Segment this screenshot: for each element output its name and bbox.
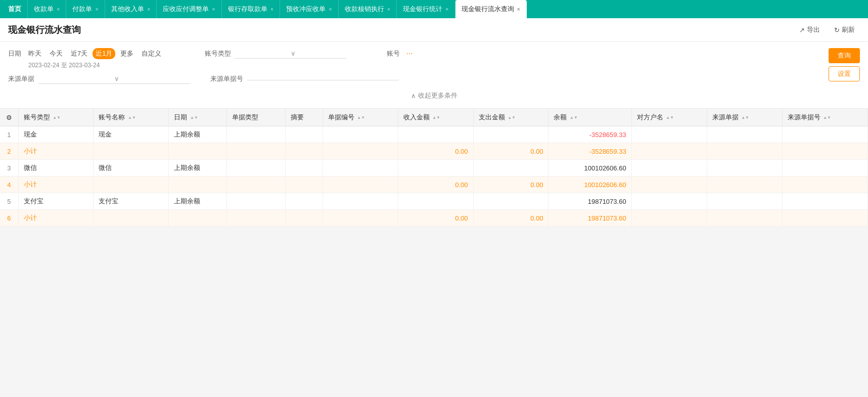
date-btn-custom[interactable]: 自定义: [139, 48, 164, 59]
col-summary: 摘要: [285, 109, 323, 126]
row-number: 3: [0, 160, 18, 177]
cell-balance: 100102606.60: [549, 177, 631, 193]
nav-tab-cash-bank-stat[interactable]: 现金银行统计 ×: [397, 0, 455, 18]
close-icon[interactable]: ×: [147, 6, 150, 12]
cell-doc-type: [227, 193, 285, 210]
date-label: 日期: [8, 49, 21, 58]
col-account-type[interactable]: 账号类型 ▲▼: [18, 109, 94, 126]
col-counterpart[interactable]: 对方户名 ▲▼: [631, 109, 707, 126]
close-icon[interactable]: ×: [329, 6, 332, 12]
page-title: 现金银行流水查询: [8, 24, 81, 36]
cell-doc-no: [323, 177, 398, 193]
header-actions: ↗ 导出 ↻ 刷新: [794, 23, 860, 36]
data-table: ⚙ 账号类型 ▲▼ 账号名称 ▲▼ 日期 ▲▼ 单据类型 摘: [0, 109, 868, 227]
col-balance[interactable]: 余额 ▲▼: [549, 109, 631, 126]
date-range-text: 2023-02-24 至 2023-03-24: [28, 62, 100, 69]
settings-button[interactable]: 设置: [829, 66, 860, 81]
nav-tab-pre-collect[interactable]: 预收冲应收单 ×: [280, 0, 338, 18]
top-nav: 首页 收款单 × 付款单 × 其他收入单 × 应收应付调整单 × 银行存取款单 …: [0, 0, 868, 18]
cell-balance: 19871073.60: [549, 210, 631, 227]
sort-icon: ▲▼: [128, 115, 136, 120]
date-btn-7days[interactable]: 近7天: [68, 48, 90, 59]
table-row[interactable]: 3微信微信上期余额100102606.60: [0, 160, 868, 177]
cell-doc-no: [323, 126, 398, 143]
cell-doc-type: [227, 210, 285, 227]
nav-tab-collect-verify[interactable]: 收款核销执行 ×: [339, 0, 397, 18]
cell-balance: -3528659.33: [549, 143, 631, 160]
col-source-doc[interactable]: 来源单据 ▲▼: [707, 109, 782, 126]
cell-account-name: 微信: [94, 160, 169, 177]
table-container: ⚙ 账号类型 ▲▼ 账号名称 ▲▼ 日期 ▲▼ 单据类型 摘: [0, 109, 868, 227]
table-row[interactable]: 6小计0.000.0019871073.60: [0, 210, 868, 227]
col-expense[interactable]: 支出金额 ▲▼: [473, 109, 549, 126]
nav-tab-home[interactable]: 首页: [2, 0, 28, 18]
nav-tab-payment[interactable]: 付款单 ×: [66, 0, 105, 18]
col-source-doc-no[interactable]: 来源单据号 ▲▼: [782, 109, 867, 126]
export-button[interactable]: ↗ 导出: [794, 23, 825, 36]
cell-source-doc-no: [782, 160, 867, 177]
account-type-label: 账号类型: [205, 49, 231, 58]
col-income[interactable]: 收入金额 ▲▼: [398, 109, 473, 126]
close-icon[interactable]: ×: [517, 6, 520, 12]
source-doc-no-label: 来源单据号: [210, 74, 243, 83]
col-date[interactable]: 日期 ▲▼: [169, 109, 227, 126]
query-button[interactable]: 查询: [829, 48, 860, 63]
row-number: 2: [0, 143, 18, 160]
cell-expense: [473, 193, 549, 210]
cell-expense: 0.00: [473, 210, 549, 227]
table-row[interactable]: 5支付宝支付宝上期余额19871073.60: [0, 193, 868, 210]
date-btn-today[interactable]: 今天: [47, 48, 66, 59]
date-btn-more[interactable]: 更多: [117, 48, 136, 59]
collapse-bar[interactable]: ∧ 收起更多条件: [8, 89, 860, 102]
cell-balance: -3528659.33: [549, 126, 631, 143]
cell-expense: [473, 160, 549, 177]
close-icon[interactable]: ×: [387, 6, 390, 12]
col-doc-no[interactable]: 单据编号 ▲▼: [323, 109, 398, 126]
gear-icon: ⚙: [6, 114, 12, 121]
source-doc-select[interactable]: ∨: [38, 74, 190, 84]
cell-summary: [285, 177, 323, 193]
col-account-name[interactable]: 账号名称 ▲▼: [94, 109, 169, 126]
filter-area: 日期 昨天 今天 近7天 近1月 更多 自定义 账号类型 ∨: [0, 42, 868, 109]
cell-income: 0.00: [398, 210, 473, 227]
cell-account-name: [94, 177, 169, 193]
refresh-button[interactable]: ↻ 刷新: [829, 23, 860, 36]
col-settings[interactable]: ⚙: [0, 109, 18, 126]
cell-date: [169, 143, 227, 160]
cell-doc-type: [227, 177, 285, 193]
account-type-select[interactable]: ∨: [235, 49, 346, 59]
date-btn-1month[interactable]: 近1月: [93, 48, 115, 59]
cell-account-name: 支付宝: [94, 193, 169, 210]
cell-doc-type: [227, 160, 285, 177]
nav-tab-bank-deposit[interactable]: 银行存取款单 ×: [222, 0, 280, 18]
chevron-down-icon: ∨: [114, 75, 188, 82]
cell-account-type: 小计: [18, 210, 94, 227]
cell-counterpart: [631, 193, 707, 210]
date-btn-yesterday[interactable]: 昨天: [25, 48, 44, 59]
close-icon[interactable]: ×: [212, 6, 215, 12]
table-row[interactable]: 1现金现金上期余额-3528659.33: [0, 126, 868, 143]
filter-group-account-type: 账号类型 ∨: [205, 49, 346, 59]
table-row[interactable]: 2小计0.000.00-3528659.33: [0, 143, 868, 160]
sort-icon: ▲▼: [741, 115, 749, 120]
close-icon[interactable]: ×: [57, 6, 60, 12]
sort-icon: ▲▼: [823, 115, 831, 120]
cell-source-doc-no: [782, 177, 867, 193]
nav-tab-ar-ap-adjust[interactable]: 应收应付调整单 ×: [157, 0, 221, 18]
dots-icon[interactable]: ···: [404, 49, 415, 58]
close-icon[interactable]: ×: [445, 6, 448, 12]
nav-tab-cash-bank-flow[interactable]: 现金银行流水查询 ×: [455, 0, 527, 18]
refresh-icon: ↻: [834, 26, 840, 34]
table-row[interactable]: 4小计0.000.00100102606.60: [0, 177, 868, 193]
close-icon[interactable]: ×: [95, 6, 98, 12]
cell-account-type: 现金: [18, 126, 94, 143]
cell-doc-no: [323, 143, 398, 160]
source-doc-no-input[interactable]: [247, 78, 399, 80]
cell-counterpart: [631, 126, 707, 143]
close-icon[interactable]: ×: [270, 6, 273, 12]
cell-doc-type: [227, 126, 285, 143]
nav-tab-other-income[interactable]: 其他收入单 ×: [105, 0, 157, 18]
cell-income: [398, 193, 473, 210]
cell-doc-no: [323, 160, 398, 177]
nav-tab-receipt[interactable]: 收款单 ×: [28, 0, 66, 18]
